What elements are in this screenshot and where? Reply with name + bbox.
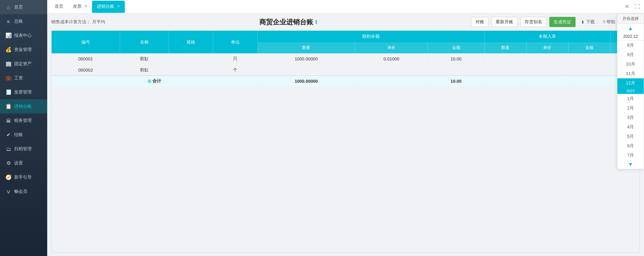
- total-in-amount: [568, 76, 611, 87]
- sidebar-item-label: 工资: [14, 75, 23, 81]
- cell-in-amount: [568, 65, 611, 76]
- sidebar-item-label: 资金管理: [14, 47, 32, 53]
- tab-inventory-close[interactable]: ✕: [117, 4, 120, 8]
- reopen-button[interactable]: 重新开账: [491, 17, 518, 27]
- month-item-7[interactable]: 7月: [617, 151, 644, 160]
- month-item-1[interactable]: 1月: [617, 94, 644, 103]
- month-nav-down[interactable]: ▼: [617, 160, 644, 169]
- sidebar-item-closeout[interactable]: ✔ 结账: [0, 128, 47, 142]
- sidebar-item-label: 报表中心: [14, 32, 32, 39]
- page-title-area: 商贸企业进销台账 ℹ: [259, 18, 317, 27]
- cell-opening-price: 0.01000: [355, 53, 428, 65]
- assets-icon: 🏢: [5, 61, 11, 67]
- sidebar-item-settings[interactable]: ⚙ 设置: [0, 156, 47, 170]
- month-nav-up[interactable]: ▲: [617, 24, 644, 33]
- sidebar-item-ledger[interactable]: ≡ 总账: [0, 14, 47, 28]
- reports-icon: 📊: [5, 32, 11, 39]
- month-item-6[interactable]: 6月: [617, 141, 644, 151]
- tab-inventory[interactable]: 进销台账 ✕: [92, 1, 125, 13]
- generate-voucher-button[interactable]: 生成凭证: [549, 17, 576, 27]
- download-button[interactable]: ⬇ 下载: [578, 17, 597, 27]
- member-icon: V: [5, 189, 11, 195]
- tab-invoice-close[interactable]: ✕: [84, 4, 87, 8]
- col-opening-price: 单价: [355, 42, 428, 53]
- help-button[interactable]: ? 帮助: [600, 17, 618, 27]
- cell-opening-qty: [258, 65, 355, 76]
- total-row: ◎ 合计 1000.00000 10.00: [52, 76, 640, 87]
- tab-home-label: 首页: [55, 3, 63, 9]
- archive-icon: 🗂: [5, 146, 11, 152]
- guide-icon: 🧭: [5, 174, 11, 180]
- col-opening-amount: 金额: [428, 42, 484, 53]
- cell-unit: 个: [213, 65, 258, 76]
- total-icon: ◎: [148, 79, 151, 83]
- month-item-4[interactable]: 4月: [617, 122, 644, 132]
- closeout-icon: ✔: [5, 132, 11, 138]
- col-in-amount: 金额: [568, 42, 611, 53]
- info-icon[interactable]: ℹ: [315, 19, 317, 25]
- sidebar-item-payroll[interactable]: 💼 工资: [0, 71, 47, 85]
- col-in-price: 单价: [526, 42, 568, 53]
- cell-code: 000002: [52, 65, 120, 76]
- sidebar-item-funds[interactable]: 💰 资金管理: [0, 43, 47, 57]
- sidebar-item-tax[interactable]: 🏛 税务管理: [0, 113, 47, 128]
- sidebar-item-reports[interactable]: 📊 报表中心: [0, 28, 47, 43]
- cell-name: 前缸: [120, 53, 169, 65]
- sidebar-item-member[interactable]: V 畅会员: [0, 184, 47, 199]
- cost-method-value: 月平均: [92, 19, 105, 24]
- sidebar-item-label: 发票管理: [14, 89, 32, 95]
- data-table-container[interactable]: 编号 名称 规格 单位 期初余额 本期入库 数 数量 单价 金额 数量 单价: [51, 30, 640, 253]
- table-row[interactable]: 000002 前缸 个: [52, 65, 640, 76]
- reconcile-button[interactable]: 对账: [471, 17, 489, 27]
- sidebar-item-label: 固定资产: [14, 61, 32, 67]
- cell-opening-price: [355, 65, 428, 76]
- tab-inventory-label: 进销台账: [97, 3, 114, 9]
- tab-home[interactable]: 首页: [50, 1, 68, 13]
- sidebar-item-label: 首页: [14, 4, 23, 10]
- month-item-2[interactable]: 2月: [617, 103, 644, 113]
- sidebar-item-home[interactable]: ⌂ 首页: [0, 0, 47, 14]
- window-controls: ✕ ⛶: [623, 3, 641, 10]
- sidebar-item-archive[interactable]: 🗂 归档管理: [0, 142, 47, 156]
- month-item-12[interactable]: 12月: [617, 78, 644, 88]
- year-2022-label: 2022.12: [617, 33, 644, 41]
- total-opening-price: [355, 76, 428, 87]
- cell-spec: [169, 65, 213, 76]
- toolbar: 对账 重新开账 存货别名 生成凭证 ⬇ 下载 ? 帮助 ↻ 刷新: [471, 17, 640, 27]
- tab-bar: 首页 发票 ✕ 进销台账 ✕: [47, 0, 644, 14]
- help-icon: ?: [603, 20, 605, 25]
- cost-method-label: 销售成本计算方法：: [51, 19, 91, 24]
- month-item-8[interactable]: 8月: [617, 41, 644, 50]
- cell-in-price: [526, 53, 568, 65]
- col-unit: 单位: [213, 31, 258, 53]
- month-item-5[interactable]: 5月: [617, 132, 644, 141]
- month-item-10[interactable]: 10月: [617, 59, 644, 69]
- month-item-9[interactable]: 9月: [617, 50, 644, 59]
- close-button[interactable]: ✕: [623, 3, 631, 10]
- total-opening-qty: 1000.00000: [258, 76, 355, 87]
- tax-icon: 🏛: [5, 118, 11, 124]
- sidebar-item-inventory[interactable]: 📋 进销台账: [0, 99, 47, 113]
- month-item-11[interactable]: 11月: [617, 69, 644, 78]
- tab-invoice[interactable]: 发票 ✕: [68, 1, 92, 13]
- maximize-button[interactable]: ⛶: [633, 3, 641, 10]
- month-panel-title: 月份选择: [617, 14, 644, 24]
- col-spec: 规格: [169, 31, 213, 53]
- funds-icon: 💰: [5, 47, 11, 53]
- table-row[interactable]: 000001 前缸 只 1000.00000 0.01000 10.00: [52, 53, 640, 65]
- cell-in-qty: [484, 53, 526, 65]
- col-opening-balance-group: 期初余额: [258, 31, 485, 42]
- sidebar-item-invoice-mgmt[interactable]: 🧾 发票管理: [0, 85, 47, 99]
- col-name: 名称: [120, 31, 169, 53]
- sidebar: ⌂ 首页 ≡ 总账 📊 报表中心 💰 资金管理 🏢 固定资产 💼 工资 🧾 发票…: [0, 0, 47, 256]
- cell-name: 前缸: [120, 65, 169, 76]
- cell-opening-amount: 10.00: [428, 53, 484, 65]
- col-in-qty: 数量: [484, 42, 526, 53]
- cost-method-info: 销售成本计算方法： 月平均: [51, 19, 105, 25]
- cell-in-price: [526, 65, 568, 76]
- sidebar-item-guide[interactable]: 🧭 新手引导: [0, 170, 47, 184]
- save-alias-button[interactable]: 存货别名: [520, 17, 547, 27]
- cell-code: 000001: [52, 53, 120, 65]
- sidebar-item-assets[interactable]: 🏢 固定资产: [0, 57, 47, 71]
- month-item-3[interactable]: 3月: [617, 113, 644, 122]
